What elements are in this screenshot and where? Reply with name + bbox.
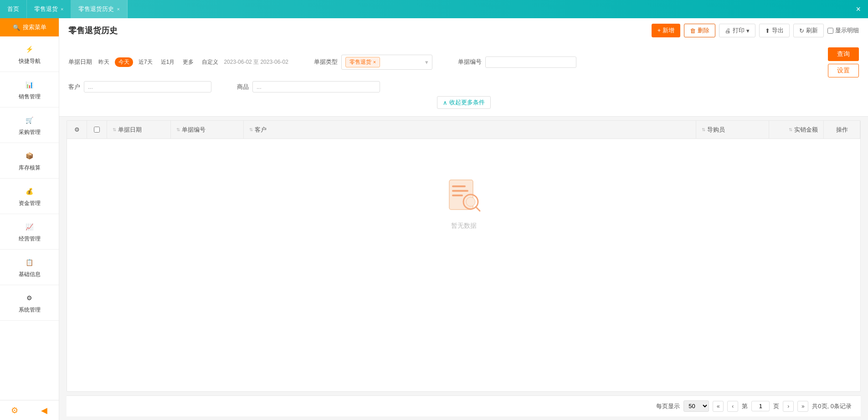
tab-retail-return[interactable]: 零售退货 ×	[27, 0, 71, 18]
svg-rect-1	[452, 185, 466, 187]
select-all-checkbox[interactable]	[94, 127, 100, 133]
sort-date-icon[interactable]: ⇅	[113, 127, 116, 132]
type-filter-item: 单据类型 零售退货 × ▾	[314, 55, 432, 70]
export-icon: ⬆	[765, 27, 770, 34]
th-gear[interactable]: ⚙	[67, 121, 87, 138]
settings-btn[interactable]: 设置	[828, 64, 859, 77]
sort-guide-icon[interactable]: ⇅	[702, 127, 705, 132]
delete-icon: 🗑	[690, 27, 696, 34]
top-bar: 首页 零售退货 × 零售退货历史 × ×	[0, 0, 868, 18]
collapse-arrow-icon: ◀	[41, 405, 47, 415]
billno-filter-input[interactable]	[485, 56, 576, 68]
type-filter-tag: 零售退货 ×	[345, 57, 380, 67]
page-header: 零售退货历史 + 新增 🗑 删除 🖨 打印 ▾	[59, 18, 868, 117]
customer-filter-select[interactable]: ...	[84, 81, 211, 92]
sidebar-search[interactable]: 🔍 搜索菜单	[0, 18, 59, 36]
goods-filter-select[interactable]: ...	[252, 81, 380, 92]
date-btn-7days[interactable]: 近7天	[136, 57, 155, 67]
sidebar-item-finance[interactable]: 💰 资金管理	[0, 179, 59, 214]
collapse-icon: ∧	[443, 99, 447, 106]
date-filter: 昨天 今天 近7天 近1月 更多 自定义 2023-06-02 至 2023-0…	[96, 57, 288, 67]
first-page-btn[interactable]: «	[713, 401, 724, 412]
content-area: 零售退货历史 + 新增 🗑 删除 🖨 打印 ▾	[59, 18, 868, 420]
page-input[interactable]	[751, 401, 770, 411]
sidebar-item-sales[interactable]: 📊 销售管理	[0, 72, 59, 108]
per-page-select[interactable]: 50 100 200	[683, 400, 709, 412]
query-btn[interactable]: 查询	[828, 47, 859, 61]
date-btn-today[interactable]: 今天	[115, 57, 133, 67]
settings-gear-icon: ⚙	[11, 405, 18, 415]
sidebar-collapse-btn[interactable]: ◀	[30, 400, 59, 420]
filter-row-2: 客户 ... 商品 ...	[68, 81, 859, 92]
goods-placeholder: ...	[257, 83, 262, 90]
sidebar-item-system[interactable]: ⚙ 系统管理	[0, 285, 59, 321]
last-page-btn[interactable]: »	[797, 401, 808, 412]
sidebar-item-quick-nav[interactable]: ⚡ 快捷导航	[0, 36, 59, 72]
search-icon: 🔍	[13, 24, 20, 31]
table-footer: 每页显示 50 100 200 « ‹ 第 页 › » 共0页, 0条记录	[67, 395, 861, 416]
customer-filter-item: 客户 ...	[68, 81, 211, 92]
th-customer: ⇅ 客户	[244, 121, 696, 138]
type-filter-remove[interactable]: ×	[373, 59, 376, 65]
date-btn-1month[interactable]: 近1月	[158, 57, 178, 67]
operations-icon: 📈	[23, 220, 36, 233]
print-btn[interactable]: 🖨 打印 ▾	[719, 24, 755, 37]
tab-retail-return-close[interactable]: ×	[61, 6, 63, 12]
show-detail-checkbox-label[interactable]: 显示明细	[827, 26, 859, 35]
sidebar-item-basic-info[interactable]: 📋 基础信息	[0, 250, 59, 285]
inventory-icon: 📦	[23, 149, 36, 162]
svg-rect-2	[452, 190, 468, 192]
collapse-btn[interactable]: ∧ 收起更多条件	[437, 96, 491, 109]
tab-home[interactable]: 首页	[0, 0, 27, 18]
purchase-icon: 🛒	[23, 114, 36, 127]
sidebar-item-operations[interactable]: 📈 经营管理	[0, 214, 59, 250]
customer-placeholder: ...	[88, 83, 93, 90]
empty-icon	[441, 175, 487, 216]
goods-filter-item: 商品 ...	[237, 81, 380, 92]
page-title: 零售退货历史	[68, 25, 118, 36]
date-btn-more[interactable]: 更多	[180, 57, 196, 67]
tab-bar: 首页 零售退货 × 零售退货历史 ×	[0, 0, 848, 18]
table-container: ⚙ ⇅ 单据日期 ⇅ 单据编号 ⇅ 客户	[67, 120, 861, 392]
type-filter-label: 单据类型	[314, 58, 338, 66]
sort-amount-icon[interactable]: ⇅	[789, 127, 792, 132]
next-page-btn[interactable]: ›	[783, 401, 794, 412]
sidebar-search-label: 搜索菜单	[23, 23, 46, 31]
date-btn-yesterday[interactable]: 昨天	[96, 57, 112, 67]
billno-filter-label: 单据编号	[458, 58, 482, 66]
finance-icon: 💰	[23, 185, 36, 198]
sidebar-item-inventory[interactable]: 📦 库存核算	[0, 143, 59, 179]
sidebar-item-label-2: 采购管理	[19, 128, 41, 136]
tab-retail-return-history-close[interactable]: ×	[117, 6, 119, 12]
date-filter-label: 单据日期	[68, 58, 92, 66]
system-icon: ⚙	[23, 292, 36, 304]
sort-billno-icon[interactable]: ⇅	[176, 127, 180, 132]
total-label: 共0页, 0条记录	[812, 402, 852, 410]
date-filter-item: 单据日期 昨天 今天 近7天 近1月 更多 自定义 2023-06-02 至 2…	[68, 57, 288, 67]
type-filter-select[interactable]: 零售退货 × ▾	[341, 55, 432, 70]
svg-line-6	[476, 207, 480, 211]
new-btn[interactable]: + 新增	[652, 24, 680, 37]
page-unit: 页	[773, 402, 779, 410]
sidebar-item-purchase[interactable]: 🛒 采购管理	[0, 108, 59, 143]
prev-page-btn[interactable]: ‹	[727, 401, 738, 412]
export-btn[interactable]: ⬆ 导出	[759, 24, 790, 37]
date-btn-custom[interactable]: 自定义	[199, 57, 221, 67]
window-close-btn[interactable]: ×	[848, 5, 868, 14]
th-amount: ⇅ 实销金额	[769, 121, 824, 138]
th-checkbox[interactable]	[87, 121, 107, 138]
tab-retail-return-history[interactable]: 零售退货历史 ×	[71, 0, 127, 18]
print-dropdown-icon: ▾	[746, 27, 750, 34]
sidebar-item-label-4: 资金管理	[19, 200, 41, 207]
page-header-top: 零售退货历史 + 新增 🗑 删除 🖨 打印 ▾	[68, 24, 859, 37]
sort-customer-icon[interactable]: ⇅	[249, 127, 253, 132]
refresh-btn[interactable]: ↻ 刷新	[793, 24, 824, 37]
sidebar-item-label-3: 库存核算	[19, 164, 41, 172]
toolbar: + 新增 🗑 删除 🖨 打印 ▾ ⬆ 导出	[652, 24, 859, 37]
show-detail-checkbox[interactable]	[827, 28, 833, 34]
print-icon: 🖨	[725, 27, 731, 34]
sidebar-item-label-5: 经营管理	[19, 235, 41, 243]
sidebar-settings-btn[interactable]: ⚙	[0, 400, 30, 420]
customer-filter-label: 客户	[68, 83, 80, 91]
delete-btn[interactable]: 🗑 删除	[684, 24, 715, 37]
